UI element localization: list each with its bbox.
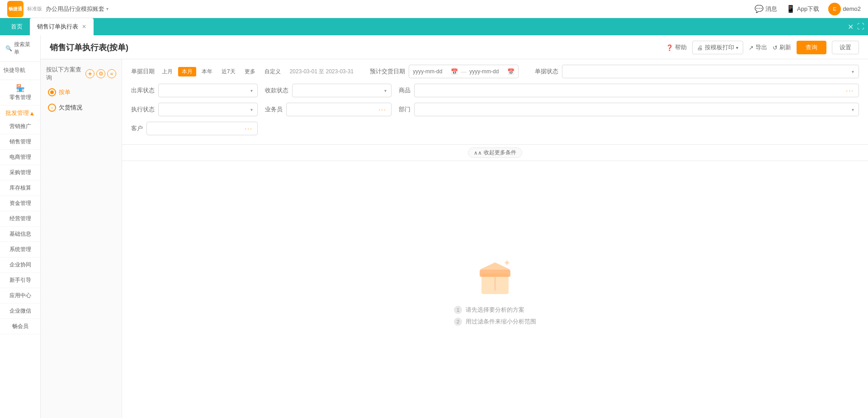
left-panel-header: 按以下方案查询 + ⚙ « bbox=[41, 63, 122, 85]
search-icon: 🔍 bbox=[5, 45, 12, 52]
tab-close-all-icon[interactable]: ✕ bbox=[848, 23, 854, 31]
tab-expand-icon[interactable]: ⛶ bbox=[857, 23, 864, 31]
calendar-end-icon[interactable]: 📅 bbox=[507, 68, 514, 75]
shipment-status-select[interactable]: ▾ bbox=[158, 84, 258, 97]
delivery-date-start[interactable] bbox=[413, 68, 449, 75]
scheme-item-debt[interactable]: ○ 欠货情况 bbox=[41, 100, 122, 115]
sidebar-item-ecommerce[interactable]: 电商管理 bbox=[0, 150, 40, 165]
collection-status-select[interactable]: ▾ bbox=[292, 84, 392, 97]
product-select[interactable]: ··· bbox=[414, 84, 859, 97]
order-status-label: 单据状态 bbox=[535, 67, 558, 76]
delivery-date-end[interactable] bbox=[469, 68, 505, 75]
period-current-year[interactable]: 本年 bbox=[198, 67, 216, 76]
collapse-button[interactable]: ∧∧ 收起更多条件 bbox=[468, 147, 522, 158]
sidebar-item-system[interactable]: 系统管理 bbox=[0, 242, 40, 257]
settings-button[interactable]: 设置 bbox=[832, 41, 859, 54]
empty-svg: ✦ bbox=[472, 253, 518, 299]
retail-icon: 🏪 bbox=[16, 84, 25, 92]
tab-sales-order-exec[interactable]: 销售订单执行表 ✕ bbox=[30, 18, 94, 35]
period-last7days[interactable]: 近7天 bbox=[218, 67, 239, 76]
page-header: 销售订单执行表(按单) ❓ 帮助 🖨 按模板打印 ▾ ↗ 导出 bbox=[41, 35, 868, 59]
sidebar-item-inventory[interactable]: 库存核算 bbox=[0, 180, 40, 196]
calendar-start-icon[interactable]: 📅 bbox=[451, 68, 458, 75]
salesperson-select[interactable]: ··· bbox=[286, 103, 392, 116]
sidebar-item-appstore[interactable]: 应用中心 bbox=[0, 288, 40, 304]
sidebar-item-sales[interactable]: 销售管理 bbox=[0, 134, 40, 150]
quick-nav-section: 快捷导航 bbox=[0, 62, 40, 80]
quick-nav-label: 快捷导航 bbox=[0, 66, 40, 76]
sidebar-item-operations[interactable]: 经营管理 bbox=[0, 211, 40, 227]
scheme-item-order[interactable]: 按单 bbox=[41, 85, 122, 100]
workspace-selector[interactable]: 办公用品行业模拟账套 ▾ bbox=[46, 5, 108, 13]
empty-state: ✦ 1 请先选择要分析的方案 2 bbox=[122, 161, 868, 418]
date-range-hint: 2023-03-01 至 2023-03-31 bbox=[290, 68, 354, 76]
order-status-chevron-icon: ▾ bbox=[852, 69, 854, 74]
messages-button[interactable]: 💬 消息 bbox=[755, 5, 777, 13]
filter-order-status: 单据状态 ▾ bbox=[535, 65, 859, 78]
sidebar-item-enterprise[interactable]: 企业协同 bbox=[0, 257, 40, 273]
sidebar-item-basics[interactable]: 基础信息 bbox=[0, 227, 40, 242]
user-avatar: E bbox=[828, 3, 841, 15]
customer-label: 客户 bbox=[131, 124, 143, 133]
tab-home[interactable]: 首页 bbox=[4, 18, 30, 35]
product-dots-icon: ··· bbox=[846, 87, 854, 94]
shipment-chevron-icon: ▾ bbox=[250, 88, 253, 93]
sidebar-item-wechat[interactable]: 企业微信 bbox=[0, 304, 40, 319]
main-content: 单据日期 上月 本月 本年 近7天 更多 自定义 2023-03-01 至 20… bbox=[122, 59, 868, 418]
query-button[interactable]: 查询 bbox=[797, 41, 826, 54]
period-last-month[interactable]: 上月 bbox=[158, 67, 176, 76]
download-icon: 📱 bbox=[786, 5, 795, 13]
sidebar-item-wholesale[interactable]: 批发管理 ▲ bbox=[0, 105, 40, 119]
step-1-num: 1 bbox=[454, 306, 462, 314]
date-label: 单据日期 bbox=[131, 67, 155, 76]
order-status-select[interactable]: ▾ bbox=[562, 65, 859, 78]
content-area: 销售订单执行表(按单) ❓ 帮助 🖨 按模板打印 ▾ ↗ 导出 bbox=[41, 35, 868, 418]
page-title: 销售订单执行表(按单) bbox=[50, 42, 128, 53]
app-subtitle: 标准版 bbox=[27, 5, 42, 12]
help-button[interactable]: ❓ 帮助 bbox=[666, 43, 687, 52]
sidebar-item-retail[interactable]: 🏪 零售管理 bbox=[0, 80, 40, 105]
sidebar-item-purchase[interactable]: 采购管理 bbox=[0, 165, 40, 180]
period-current-month[interactable]: 本月 bbox=[178, 67, 196, 76]
add-scheme-button[interactable]: + bbox=[85, 69, 94, 78]
header-right: 💬 消息 📱 App下载 E demo2 bbox=[755, 3, 861, 15]
filter-collection-status: 收款状态 ▾ bbox=[265, 84, 392, 97]
message-icon: 💬 bbox=[755, 5, 764, 13]
refresh-button[interactable]: ↺ 刷新 bbox=[773, 43, 791, 52]
empty-steps: 1 请先选择要分析的方案 2 用过滤条件来缩小分析范围 bbox=[454, 306, 536, 326]
customer-dots-icon: ··· bbox=[245, 125, 253, 132]
sidebar-item-member[interactable]: 畅会员 bbox=[0, 319, 40, 334]
period-buttons: 上月 本月 本年 近7天 更多 自定义 bbox=[158, 67, 284, 76]
left-panel-actions: + ⚙ « bbox=[85, 69, 116, 78]
collapse-bar: ∧∧ 收起更多条件 bbox=[122, 145, 868, 161]
collection-status-label: 收款状态 bbox=[265, 86, 288, 95]
delivery-date-range[interactable]: 📅 — 📅 bbox=[409, 65, 519, 78]
step-2-num: 2 bbox=[454, 318, 462, 326]
period-more[interactable]: 更多 bbox=[241, 67, 259, 76]
sidebar-item-newuser[interactable]: 新手引导 bbox=[0, 273, 40, 288]
user-menu[interactable]: E demo2 bbox=[828, 3, 861, 15]
delivery-date-label: 预计交货日期 bbox=[370, 67, 405, 76]
print-chevron-icon: ▾ bbox=[736, 45, 738, 50]
filter-product: 商品 ··· bbox=[399, 84, 859, 97]
customer-select[interactable]: ··· bbox=[146, 122, 258, 135]
filter-execution-status: 执行状态 ▾ bbox=[131, 103, 258, 116]
department-chevron-icon: ▾ bbox=[852, 107, 854, 112]
collapse-panel-button[interactable]: « bbox=[107, 69, 116, 78]
period-custom[interactable]: 自定义 bbox=[261, 67, 284, 76]
template-print-button[interactable]: 🖨 按模板打印 ▾ bbox=[692, 41, 743, 54]
sidebar-item-marketing[interactable]: 营销推广 bbox=[0, 119, 40, 134]
header-left: 畅捷通 标准版 办公用品行业模拟账套 ▾ bbox=[7, 1, 108, 17]
execution-status-select[interactable]: ▾ bbox=[158, 103, 258, 116]
tab-close-icon[interactable]: ✕ bbox=[82, 24, 86, 30]
sidebar-item-finance[interactable]: 资金管理 bbox=[0, 196, 40, 211]
app-download-button[interactable]: 📱 App下载 bbox=[786, 5, 819, 13]
collapse-icon: ∧∧ bbox=[474, 150, 482, 156]
department-select[interactable]: ▾ bbox=[414, 103, 859, 116]
help-icon: ❓ bbox=[666, 44, 673, 51]
print-icon: 🖨 bbox=[697, 44, 703, 51]
settings-scheme-button[interactable]: ⚙ bbox=[96, 69, 105, 78]
export-button[interactable]: ↗ 导出 bbox=[749, 43, 767, 52]
search-menu-button[interactable]: 🔍 搜索菜单 bbox=[4, 39, 37, 58]
page-actions: ❓ 帮助 🖨 按模板打印 ▾ ↗ 导出 ↺ 刷新 bbox=[666, 41, 859, 54]
